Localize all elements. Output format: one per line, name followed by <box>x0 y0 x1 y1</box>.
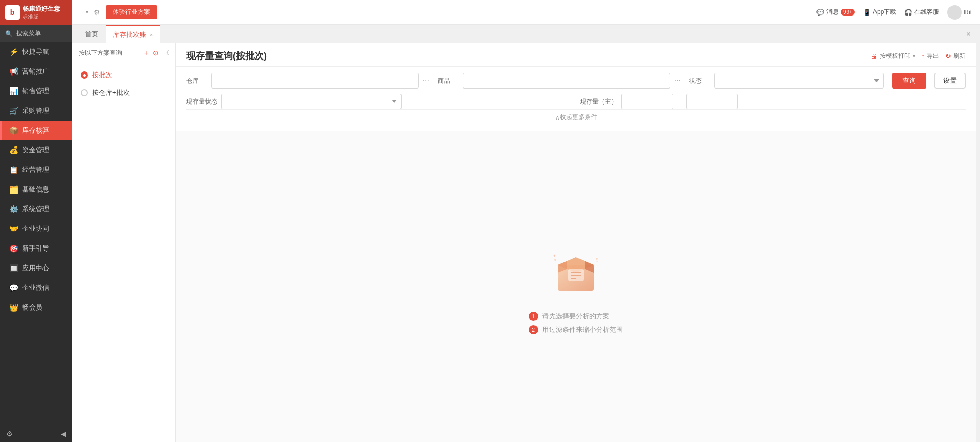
filter-item-label: 按批次 <box>92 70 112 80</box>
sidebar-item-label: 系统管理 <box>22 204 49 214</box>
stock-status-condition: 现存量状态 <box>186 94 572 109</box>
export-label: 导出 <box>927 52 939 61</box>
message-button[interactable]: 💬 消息 99+ <box>816 8 855 17</box>
sidebar-item-label: 应用中心 <box>22 263 49 273</box>
tab-close-icon[interactable]: × <box>150 32 153 38</box>
query-actions: 🖨 按模板打印 ▾ ↑ 导出 ↻ 刷新 <box>871 52 966 61</box>
app-logo: b <box>5 5 20 20</box>
trial-industry-button[interactable]: 体验行业方案 <box>106 5 157 19</box>
filter-panel-header: 按以下方案查询 + ⊙ 《 <box>72 43 175 63</box>
sidebar-item-label: 快捷导航 <box>22 47 49 56</box>
refresh-icon: ↻ <box>945 52 951 60</box>
inventory-icon: 📦 <box>9 126 18 135</box>
sidebar-item-label: 新手引导 <box>22 244 49 253</box>
sidebar-header: b 畅康通好生意 标准版 <box>0 0 72 25</box>
user-name: Rit <box>964 9 972 16</box>
topbar: ▾ ⚙ 体验行业方案 💬 消息 99+ 📱 App下载 🎧 在线客服 Rit <box>72 0 980 25</box>
filter-add-icon[interactable]: + <box>144 49 149 57</box>
print-dropdown-icon[interactable]: ▾ <box>913 53 915 59</box>
filter-panel: 按以下方案查询 + ⊙ 《 按批次 按仓库+批次 <box>72 43 176 442</box>
online-service-button[interactable]: 🎧 在线客服 <box>904 8 939 17</box>
print-button[interactable]: 🖨 按模板打印 ▾ <box>871 52 915 61</box>
empty-tips: 1 请先选择要分析的方案 2 用过滤条件来缩小分析范围 <box>529 312 623 334</box>
tip-number-1: 1 <box>529 312 538 321</box>
main-content: ▾ ⚙ 体验行业方案 💬 消息 99+ 📱 App下载 🎧 在线客服 Rit <box>72 0 980 442</box>
sidebar-item-quick-nav[interactable]: ⚡ 快捷导航 <box>0 42 72 62</box>
stock-status-select[interactable] <box>221 94 402 109</box>
settings-footer-icon[interactable]: ⚙ <box>6 430 13 438</box>
sidebar-item-guide[interactable]: 🎯 新手引导 <box>0 239 72 258</box>
empty-illustration: ✦ ✦ <box>545 239 607 301</box>
svg-text:✦: ✦ <box>553 254 556 258</box>
sales-icon: 📊 <box>9 87 18 95</box>
topbar-dropdown-icon[interactable]: ▾ <box>86 9 88 15</box>
page-close-button[interactable]: × <box>962 27 975 41</box>
status-select[interactable] <box>714 73 884 89</box>
operation-icon: 📋 <box>9 166 18 174</box>
purchase-icon: 🛒 <box>9 107 18 115</box>
sidebar-item-sales[interactable]: 📊 销售管理 <box>0 81 72 101</box>
sidebar-item-label: 营销推广 <box>22 67 49 76</box>
sidebar-item-basic[interactable]: 🗂️ 基础信息 <box>0 180 72 199</box>
collapse-conditions-button[interactable]: ∧ 收起更多条件 <box>186 109 966 125</box>
sidebar-item-label: 库存核算 <box>22 126 49 135</box>
filter-item-by-batch[interactable]: 按批次 <box>72 66 175 84</box>
user-avatar <box>947 5 962 20</box>
sidebar-item-marketing[interactable]: 📢 营销推广 <box>0 62 72 81</box>
user-menu[interactable]: Rit <box>947 5 972 20</box>
quantity-range: — <box>621 94 738 109</box>
system-icon: ⚙️ <box>9 205 18 213</box>
online-service-icon: 🎧 <box>904 9 912 16</box>
message-badge: 99+ <box>841 9 855 16</box>
export-button[interactable]: ↑ 导出 <box>922 52 940 61</box>
chevron-up-icon: ∧ <box>555 114 560 121</box>
search-button[interactable]: 查询 <box>892 73 926 89</box>
warehouse-input[interactable] <box>211 73 419 89</box>
collapse-sidebar-icon[interactable]: ◀ <box>61 430 66 438</box>
app-download-button[interactable]: 📱 App下载 <box>863 8 896 17</box>
sidebar-item-inventory[interactable]: 📦 库存核算 <box>0 121 72 140</box>
sidebar-item-purchase[interactable]: 🛒 采购管理 <box>0 101 72 121</box>
filter-collapse-icon[interactable]: 《 <box>163 49 169 57</box>
message-label: 消息 <box>826 8 839 17</box>
goods-input[interactable] <box>463 73 670 89</box>
company-name: 畅康通好生意 <box>23 5 60 13</box>
filter-settings-icon[interactable]: ⊙ <box>153 49 159 57</box>
topbar-gear-icon[interactable]: ⚙ <box>94 8 100 17</box>
sidebar-item-label: 企业微信 <box>22 283 49 292</box>
sidebar-item-label: 采购管理 <box>22 106 49 115</box>
sidebar-item-label: 企业协同 <box>22 224 49 233</box>
refresh-label: 刷新 <box>953 52 966 61</box>
search-menu[interactable]: 🔍 搜索菜单 <box>0 25 72 42</box>
settings-button[interactable]: 设置 <box>934 73 966 89</box>
topbar-left: ▾ ⚙ 体验行业方案 <box>81 5 157 19</box>
tab-inventory-batch[interactable]: 库存批次账 × <box>106 25 160 43</box>
sidebar-item-wechat[interactable]: 💬 企业微信 <box>0 278 72 298</box>
sidebar-item-label: 畅会员 <box>22 303 42 312</box>
print-icon: 🖨 <box>871 52 878 60</box>
sidebar-item-finance[interactable]: 💰 资金管理 <box>0 140 72 160</box>
filter-radio-empty <box>81 89 88 96</box>
empty-tip-1: 1 请先选择要分析的方案 <box>529 312 623 321</box>
quantity-min-input[interactable] <box>621 94 673 109</box>
filter-item-by-warehouse-batch[interactable]: 按仓库+批次 <box>72 84 175 101</box>
refresh-button[interactable]: ↻ 刷新 <box>945 52 966 61</box>
marketing-icon: 📢 <box>9 67 18 76</box>
conditions-row-2: 现存量状态 现存量（主） — <box>186 94 966 109</box>
sidebar-item-operation[interactable]: 📋 经营管理 <box>0 160 72 180</box>
goods-more-icon[interactable]: ··· <box>674 76 681 85</box>
sidebar-item-system[interactable]: ⚙️ 系统管理 <box>0 199 72 219</box>
warehouse-more-icon[interactable]: ··· <box>423 76 429 85</box>
stock-status-label: 现存量状态 <box>186 97 217 106</box>
tip-text-1: 请先选择要分析的方案 <box>542 312 610 321</box>
sidebar-item-apps[interactable]: 🔲 应用中心 <box>0 258 72 278</box>
tab-home[interactable]: 首页 <box>78 25 106 43</box>
quantity-max-input[interactable] <box>686 94 738 109</box>
sidebar-item-member[interactable]: 👑 畅会员 <box>0 298 72 317</box>
sidebar-item-enterprise[interactable]: 🤝 企业协同 <box>0 219 72 239</box>
filter-item-label: 按仓库+批次 <box>92 88 130 97</box>
member-icon: 👑 <box>9 303 18 312</box>
empty-state: ✦ ✦ 1 请先选择要分析的方案 2 用过滤条件来缩小分析范围 <box>176 131 976 442</box>
filter-panel-actions: + ⊙ 《 <box>144 49 169 57</box>
warehouse-label: 仓库 <box>186 77 207 85</box>
